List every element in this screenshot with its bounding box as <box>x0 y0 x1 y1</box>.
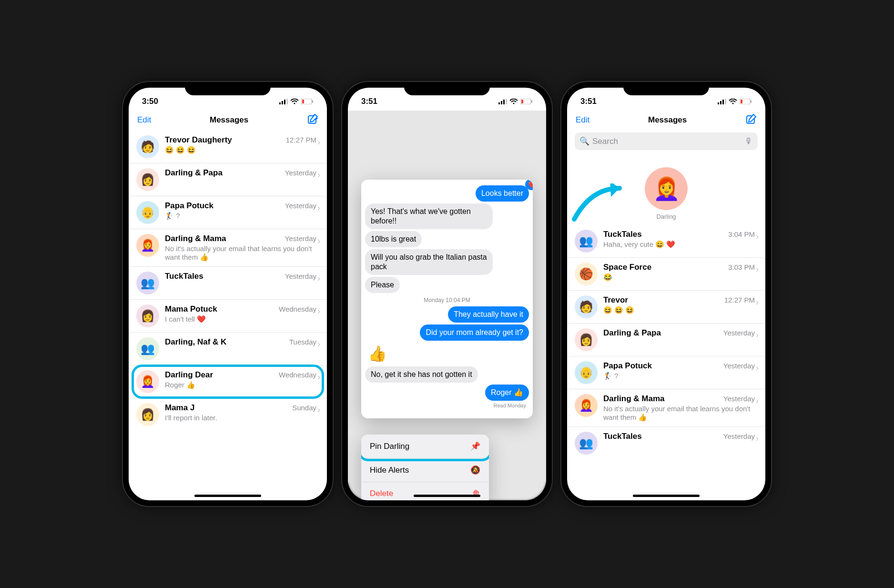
edit-button[interactable]: Edit <box>576 115 589 125</box>
row-preview: 🏌️ ? <box>165 212 319 220</box>
row-time: Wednesday <box>279 371 316 379</box>
conversation-row[interactable]: 👥 TuckTales3:04 PMHaha, very cute 😄 ❤️ › <box>567 225 765 258</box>
svg-point-21 <box>732 103 734 104</box>
row-name: Papa Potuck <box>603 361 652 371</box>
conversation-row[interactable]: 👩‍🦰 Darling & MamaYesterdayNo it's actua… <box>567 389 765 427</box>
row-name: TuckTales <box>603 230 642 239</box>
wifi-icon <box>290 99 299 104</box>
conversation-row[interactable]: 👩 Mama JSundayI'll report in later. › <box>129 398 327 431</box>
svg-rect-19 <box>722 100 724 104</box>
conversation-row[interactable]: 👴 Papa PotuckYesterday🏌️ ? › <box>567 356 765 389</box>
notch <box>185 82 271 95</box>
row-name: Darling & Papa <box>165 168 223 178</box>
chevron-right-icon: › <box>317 203 320 213</box>
avatar: 👴 <box>136 201 159 224</box>
nav-bar: Edit Messages <box>567 111 765 131</box>
status-icons <box>718 99 752 104</box>
row-time: 3:04 PM <box>728 230 755 238</box>
msg-out: Looks better <box>476 185 529 202</box>
compose-button[interactable] <box>745 113 757 127</box>
compose-icon <box>745 113 757 125</box>
row-name: Darling & Mama <box>603 394 664 404</box>
wifi-icon <box>729 99 737 104</box>
conversation-row[interactable]: 👩 Darling & PapaYesterday › <box>567 324 765 356</box>
pinned-conversations: 👩‍🦰 Darling <box>567 155 765 225</box>
page-title: Messages <box>648 115 687 125</box>
bell-slash-icon: 🔕 <box>470 465 480 475</box>
row-name: Darling & Papa <box>603 328 661 338</box>
chevron-right-icon: › <box>756 396 759 406</box>
chevron-right-icon: › <box>317 274 320 284</box>
chevron-right-icon: › <box>756 434 759 444</box>
msg-in: 10lbs is great <box>365 231 422 247</box>
conversation-row[interactable]: 🏀 Space Force3:03 PM😂 › <box>567 258 765 291</box>
conversation-row[interactable]: 👥 Darling, Naf & KTuesday › <box>129 333 327 365</box>
chevron-right-icon: › <box>317 236 320 246</box>
row-time: Yesterday <box>723 329 755 337</box>
row-preview: 😂 <box>603 273 758 282</box>
conversation-row[interactable]: 🧑 Trevor Daugherty12:27 PM😆 😆 😆 › <box>129 131 327 163</box>
phone-2: 3:51 Looks better❤️ Yes! That's what we'… <box>342 82 552 506</box>
battery-low-icon <box>740 99 752 104</box>
clock: 3:50 <box>142 97 158 106</box>
conversation-list[interactable]: 👥 TuckTales3:04 PMHaha, very cute 😄 ❤️ ›… <box>567 225 765 459</box>
menu-label: Hide Alerts <box>370 466 409 475</box>
compose-icon <box>307 113 318 125</box>
menu-item-pin[interactable]: Pin Darling 📌 <box>361 435 489 458</box>
conversation-row[interactable]: 👩‍🦰 Darling & MamaYesterdayNo it's actua… <box>129 229 327 267</box>
conversation-row[interactable]: 👥 TuckTalesYesterday › <box>567 427 765 459</box>
edit-button[interactable]: Edit <box>137 115 151 125</box>
row-preview: No it's actually your email that learns … <box>603 405 758 422</box>
phone-1: 3:50 Edit Messages 🧑 Trevor Daugherty12:… <box>123 82 333 506</box>
avatar: 👥 <box>136 272 159 294</box>
row-preview: 🏌️ ? <box>603 372 758 380</box>
svg-rect-10 <box>501 101 502 104</box>
row-preview: Roger 👍 <box>165 381 319 389</box>
compose-button[interactable] <box>307 113 318 127</box>
msg-in: Please <box>365 277 400 293</box>
menu-item-hide-alerts[interactable]: Hide Alerts 🔕 <box>361 458 489 482</box>
conversation-row[interactable]: 🧑 Trevor12:27 PM😆 😆 😆 › <box>567 291 765 324</box>
conversation-preview-card[interactable]: Looks better❤️ Yes! That's what we've go… <box>361 180 533 418</box>
chevron-right-icon: › <box>756 297 759 307</box>
home-indicator[interactable] <box>633 495 700 497</box>
conversation-row[interactable]: 👥 TuckTalesYesterday › <box>129 267 327 300</box>
battery-low-icon <box>301 99 314 104</box>
chevron-right-icon: › <box>317 306 320 316</box>
avatar: 👩‍🦰 <box>136 370 159 393</box>
conversation-row-highlighted[interactable]: 👩‍🦰 Darling DearWednesdayRoger 👍 › <box>129 365 327 398</box>
pinned-contact[interactable]: 👩‍🦰 Darling <box>645 167 688 220</box>
row-name: TuckTales <box>165 272 203 281</box>
screen-3: 3:51 Edit Messages 🔍 Search 🎙 👩‍🦰 Darlin… <box>567 88 765 500</box>
notch <box>404 82 490 95</box>
search-icon: 🔍 <box>579 136 589 146</box>
nav-bar: Edit Messages <box>129 111 327 131</box>
conversation-row[interactable]: 👴 Papa PotuckYesterday🏌️ ? › <box>129 196 327 229</box>
msg-out: They actually have it <box>448 306 529 323</box>
row-preview: 😆 😆 😆 <box>165 146 319 154</box>
svg-rect-20 <box>725 99 726 104</box>
row-name: Trevor <box>603 295 628 305</box>
row-preview: Haha, very cute 😄 ❤️ <box>603 240 758 249</box>
chevron-right-icon: › <box>756 363 759 373</box>
row-time: Yesterday <box>285 234 316 243</box>
home-indicator[interactable] <box>194 495 261 497</box>
row-time: Yesterday <box>723 395 755 403</box>
search-field[interactable]: 🔍 Search 🎙 <box>575 132 758 150</box>
svg-rect-15 <box>521 100 523 103</box>
home-indicator[interactable] <box>414 495 480 497</box>
msg-in: Will you also grab the Italian pasta pac… <box>365 249 493 275</box>
dictation-icon[interactable]: 🎙 <box>745 137 753 146</box>
svg-rect-17 <box>718 102 719 104</box>
svg-rect-1 <box>282 101 283 104</box>
avatar: 👩‍🦰 <box>645 167 688 210</box>
avatar: 👥 <box>136 337 159 360</box>
msg-out: Roger 👍 <box>485 385 529 401</box>
signal-icon <box>498 99 507 104</box>
conversation-list[interactable]: 🧑 Trevor Daugherty12:27 PM😆 😆 😆 › 👩 Darl… <box>129 131 327 431</box>
row-name: Darling & Mama <box>165 234 226 243</box>
chevron-right-icon: › <box>317 170 320 180</box>
menu-item-delete[interactable]: Delete 🗑 <box>361 482 489 500</box>
conversation-row[interactable]: 👩 Darling & PapaYesterday › <box>129 163 327 196</box>
conversation-row[interactable]: 👩 Mama PotuckWednesdayI can't tell ❤️ › <box>129 300 327 333</box>
